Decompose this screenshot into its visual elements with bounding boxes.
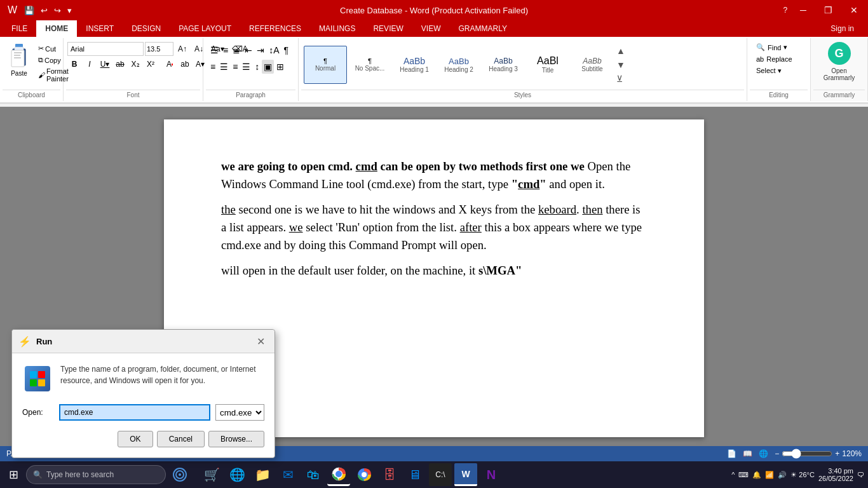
run-close-button[interactable]: ✕ (253, 334, 268, 349)
taskbar-terminal[interactable]: C:\ (429, 463, 452, 486)
tab-insert[interactable]: INSERT (77, 20, 123, 37)
align-right-button[interactable]: ≡ (231, 60, 240, 74)
zoom-slider[interactable] (782, 449, 832, 459)
speaker-icon[interactable]: 🔊 (778, 471, 787, 479)
taskbar-chrome[interactable] (327, 463, 350, 486)
styles-scroll-down[interactable]: ▼ (615, 58, 627, 71)
help-icon[interactable]: ? (783, 6, 787, 15)
paste-button[interactable]: Paste (4, 41, 34, 79)
view-read-icon[interactable]: 📖 (743, 449, 752, 458)
borders-button[interactable]: ⊞ (275, 60, 286, 74)
tab-references[interactable]: REFERENCES (240, 20, 310, 37)
grammarly-logo[interactable]: G (828, 42, 851, 65)
style-heading3[interactable]: AaBb Heading 3 (482, 46, 525, 84)
start-button[interactable]: ⊞ (4, 463, 24, 486)
multilevel-list-button[interactable]: ≣ (231, 43, 242, 57)
network-icon[interactable]: 📶 (765, 471, 774, 479)
taskbar-chrome2[interactable] (353, 463, 376, 486)
grammarly-label[interactable]: Open Grammarly (816, 67, 862, 81)
subtitle-preview: AaBb (583, 57, 601, 65)
tab-grammarly[interactable]: GRAMMARLY (449, 20, 515, 37)
font-name-input[interactable] (67, 42, 144, 56)
strikethrough-button[interactable]: ab (113, 57, 127, 71)
style-heading1[interactable]: AaBb Heading 1 (393, 46, 436, 84)
tab-page-layout[interactable]: PAGE LAYOUT (170, 20, 240, 37)
sort-button[interactable]: ↕A (267, 43, 281, 57)
taskbar-db[interactable]: 🗄 (378, 463, 401, 486)
weather-info: ☀ 26°C (790, 471, 815, 479)
notifications-bell[interactable]: 🗨 (857, 471, 864, 478)
shading-button[interactable]: ▣ (262, 60, 274, 74)
taskbar-store[interactable]: 🛒 (200, 463, 223, 486)
superscript-button[interactable]: X² (144, 57, 158, 71)
run-cancel-button[interactable]: Cancel (157, 431, 205, 447)
taskbar-chevron-icon[interactable]: ^ (731, 471, 735, 478)
style-heading2[interactable]: AaBb Heading 2 (437, 46, 480, 84)
taskbar-mail[interactable]: ✉ (276, 463, 299, 486)
view-normal-icon[interactable]: 📄 (727, 449, 736, 458)
taskbar-msstore[interactable]: 🛍 (302, 463, 325, 486)
styles-scroll-up[interactable]: ▲ (615, 44, 627, 57)
italic-button[interactable]: I (83, 57, 97, 71)
zoom-control[interactable]: − + 120% (775, 449, 862, 459)
taskbar-search[interactable]: 🔍 Type here to search (26, 465, 166, 484)
customize-qat-icon[interactable]: ▾ (65, 4, 74, 17)
document-content[interactable]: we are going to open cmd. cmd can be ope… (221, 158, 647, 280)
align-center-button[interactable]: ☰ (218, 60, 230, 74)
view-web-icon[interactable]: 🌐 (759, 449, 768, 458)
tab-home[interactable]: HOME (36, 20, 77, 37)
sign-in-button[interactable]: Sign in (822, 20, 863, 37)
taskbar-cortana[interactable] (168, 463, 191, 486)
minimize-button[interactable]: ─ (795, 0, 811, 20)
taskbar-onenote[interactable]: N (480, 463, 503, 486)
taskbar-edge[interactable]: 🌐 (226, 463, 248, 486)
show-hide-button[interactable]: ¶ (282, 43, 291, 57)
save-icon[interactable]: 💾 (22, 4, 36, 17)
decrease-indent-button[interactable]: ⇤ (243, 43, 254, 57)
underline-button[interactable]: U▾ (98, 57, 112, 71)
tab-file[interactable]: FILE (3, 20, 36, 37)
find-button[interactable]: 🔍 Find ▾ (752, 42, 805, 53)
highlight-button[interactable]: ab (178, 57, 192, 71)
subscript-button[interactable]: X₂ (128, 57, 142, 71)
select-button[interactable]: Select ▾ (752, 65, 805, 76)
style-subtitle[interactable]: AaBb Subtitle (571, 46, 614, 84)
notification-icon[interactable]: 🔔 (752, 471, 761, 479)
undo-icon[interactable]: ↩ (39, 4, 50, 17)
increase-indent-button[interactable]: ⇥ (255, 43, 266, 57)
tab-mailings[interactable]: MAILINGS (310, 20, 364, 37)
tab-review[interactable]: REVIEW (364, 20, 412, 37)
style-title[interactable]: AaBl Title (526, 46, 569, 84)
styles-more[interactable]: ⊻ (615, 72, 627, 85)
font-size-input[interactable] (145, 42, 173, 56)
taskbar-remote[interactable]: 🖥 (403, 463, 426, 486)
tab-design[interactable]: DESIGN (123, 20, 170, 37)
close-button[interactable]: ✕ (845, 0, 863, 20)
replace-button[interactable]: ab Replace (752, 54, 805, 64)
align-left-button[interactable]: ≡ (208, 60, 217, 74)
font-color-button[interactable]: A (163, 57, 177, 71)
svg-rect-7 (30, 371, 37, 378)
taskbar-time[interactable]: 3:40 pm 26/05/2022 (818, 467, 853, 482)
restore-button[interactable]: ❐ (819, 0, 837, 20)
numbering-button[interactable]: ≡ (221, 43, 230, 57)
run-dropdown[interactable]: cmd.exe (215, 404, 264, 421)
style-no-spacing[interactable]: ¶ No Spac... (348, 46, 391, 84)
run-input-field[interactable] (59, 404, 210, 421)
run-ok-button[interactable]: OK (118, 431, 153, 447)
justify-button[interactable]: ☰ (240, 60, 252, 74)
taskbar-word[interactable]: W (454, 463, 477, 486)
tab-view[interactable]: VIEW (412, 20, 450, 37)
paste-area[interactable]: Paste (4, 41, 34, 79)
increase-font-button[interactable]: A↑ (175, 42, 190, 56)
keyboard-icon[interactable]: ⌨ (738, 471, 749, 479)
run-browse-button[interactable]: Browse... (208, 431, 264, 447)
style-normal[interactable]: ¶ Normal (304, 46, 347, 84)
bullets-button[interactable]: ☰ (208, 43, 220, 57)
line-spacing-button[interactable]: ↕ (253, 60, 261, 74)
taskbar-explorer[interactable]: 📁 (251, 463, 274, 486)
zoom-in-icon[interactable]: + (835, 449, 839, 458)
redo-icon[interactable]: ↪ (52, 4, 63, 17)
bold-button[interactable]: B (67, 57, 81, 71)
zoom-out-icon[interactable]: − (775, 449, 779, 458)
